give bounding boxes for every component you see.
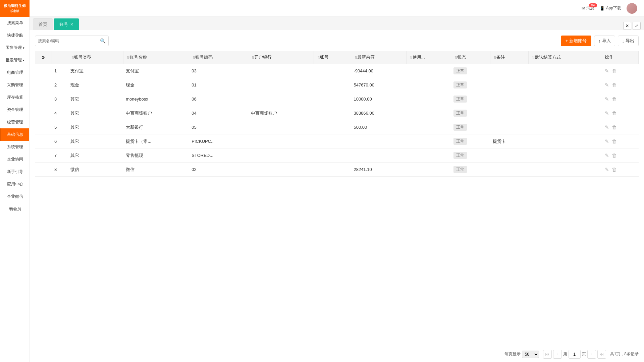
status-badge: 正常 bbox=[453, 81, 467, 88]
edit-icon[interactable]: ✎ bbox=[605, 167, 609, 173]
status-badge: 正常 bbox=[453, 166, 467, 173]
main-content: 🔍 + 新增账号 ↑ 导入 ↓ 导出 ⚙⇅账号类型⇅账号名称⇅账号编码⇅开户银行… bbox=[30, 30, 644, 346]
sidebar-nav: 搜索菜单快捷导航零售管理 ▾批发管理 ▾电商管理采购管理库存核算资金管理经营管理… bbox=[0, 17, 29, 215]
message-icon: ✉ bbox=[582, 6, 585, 11]
page-label-before: 第 bbox=[563, 351, 567, 357]
sidebar-item-beginner-guide[interactable]: 新手引导 bbox=[0, 166, 29, 178]
sidebar-item-ecommerce-mgmt[interactable]: 电商管理 bbox=[0, 66, 29, 79]
table-row: 3其它moneybosx0610000.00正常 ✎ 🗑 bbox=[35, 92, 639, 106]
main-area: ✉ 消息 99+ 📱 App下载 首页账号✕ ✕ ⤢ 🔍 + bbox=[30, 0, 644, 362]
tab-home[interactable]: 首页 bbox=[33, 18, 53, 30]
tab-label-home: 首页 bbox=[39, 21, 47, 27]
delete-icon[interactable]: 🗑 bbox=[612, 96, 617, 102]
action-icons: ✎ 🗑 bbox=[605, 138, 636, 144]
tab-label-account: 账号 bbox=[59, 21, 68, 27]
add-account-button[interactable]: + 新增账号 bbox=[561, 36, 591, 46]
page-size-dropdown[interactable]: 50 100 bbox=[522, 351, 539, 358]
sidebar: 粮油调料生鲜 乐惠版 搜索菜单快捷导航零售管理 ▾批发管理 ▾电商管理采购管理库… bbox=[0, 0, 30, 362]
download-icon: 📱 bbox=[600, 6, 605, 11]
export-icon: ↓ bbox=[622, 39, 625, 44]
status-badge: 正常 bbox=[453, 124, 467, 131]
sidebar-item-retail-mgmt[interactable]: 零售管理 ▾ bbox=[0, 42, 29, 54]
edit-icon[interactable]: ✎ bbox=[605, 110, 609, 116]
export-label: 导出 bbox=[626, 38, 634, 44]
delete-icon[interactable]: 🗑 bbox=[612, 68, 617, 74]
close-tab-button[interactable]: ✕ bbox=[623, 22, 631, 30]
col-header-account_no[interactable]: ⇅账号 bbox=[314, 51, 351, 64]
search-input[interactable] bbox=[38, 39, 100, 43]
col-header-account_code[interactable]: ⇅账号编码 bbox=[189, 51, 248, 64]
action-icons: ✎ 🗑 bbox=[605, 153, 636, 159]
sidebar-item-purchase-mgmt[interactable]: 采购管理 bbox=[0, 79, 29, 91]
first-page-button[interactable]: ⏮ bbox=[543, 350, 552, 359]
toolbar-right: + 新增账号 ↑ 导入 ↓ 导出 bbox=[561, 36, 639, 46]
action-icons: ✎ 🗑 bbox=[605, 68, 636, 74]
col-header-bank[interactable]: ⇅开户银行 bbox=[248, 51, 314, 64]
table-row: 7其它零售抵现STORED...正常 ✎ 🗑 bbox=[35, 148, 639, 163]
table-row: 4其它中百商场账户04中百商场账户383866.00正常 ✎ 🗑 bbox=[35, 106, 639, 120]
col-header-balance[interactable]: ⇅最新余额 bbox=[351, 51, 406, 64]
page-label-after: 页 bbox=[582, 351, 586, 357]
sidebar-item-basic-info[interactable]: 基础信息 bbox=[0, 128, 29, 141]
delete-icon[interactable]: 🗑 bbox=[612, 124, 617, 130]
col-header-account_type[interactable]: ⇅账号类型 bbox=[68, 51, 123, 64]
user-avatar[interactable] bbox=[627, 3, 637, 14]
page-nav: ⏮ ‹ 第 页 › ⏭ bbox=[543, 350, 606, 359]
sidebar-item-wholesale-mgmt[interactable]: 批发管理 ▾ bbox=[0, 54, 29, 66]
status-badge: 正常 bbox=[453, 152, 467, 159]
sidebar-item-app-center[interactable]: 应用中心 bbox=[0, 178, 29, 190]
sidebar-item-enterprise-wechat[interactable]: 企业微信 bbox=[0, 190, 29, 203]
action-icons: ✎ 🗑 bbox=[605, 96, 636, 102]
sidebar-item-ops-mgmt[interactable]: 经营管理 bbox=[0, 116, 29, 128]
search-box[interactable]: 🔍 bbox=[35, 36, 109, 46]
app-download-button[interactable]: 📱 App下载 bbox=[600, 5, 621, 11]
import-button[interactable]: ↑ 导入 bbox=[594, 36, 615, 46]
sidebar-item-vip-member[interactable]: 畅会员 bbox=[0, 203, 29, 215]
col-header-usage[interactable]: ⇅使用... bbox=[406, 51, 451, 64]
settings-icon[interactable]: ⚙ bbox=[41, 55, 45, 60]
page-size-select: 每页显示 50 100 bbox=[504, 351, 539, 358]
sidebar-item-capital-mgmt[interactable]: 资金管理 bbox=[0, 104, 29, 116]
app-download-label: App下载 bbox=[606, 5, 621, 11]
sidebar-item-enterprise-agreement[interactable]: 企业协同 bbox=[0, 153, 29, 166]
prev-page-button[interactable]: ‹ bbox=[553, 350, 562, 359]
sidebar-item-search-menu[interactable]: 搜索菜单 bbox=[0, 17, 29, 29]
action-icons: ✎ 🗑 bbox=[605, 110, 636, 116]
last-page-button[interactable]: ⏭ bbox=[597, 350, 606, 359]
delete-icon[interactable]: 🗑 bbox=[612, 153, 617, 158]
status-badge: 正常 bbox=[453, 110, 467, 117]
maximize-tab-button[interactable]: ⤢ bbox=[633, 22, 641, 30]
edit-icon[interactable]: ✎ bbox=[605, 96, 609, 102]
edit-icon[interactable]: ✎ bbox=[605, 82, 609, 88]
edit-icon[interactable]: ✎ bbox=[605, 68, 609, 74]
col-header-default_settlement[interactable]: ⇅默认结算方式 bbox=[529, 51, 602, 64]
status-badge: 正常 bbox=[453, 67, 467, 74]
delete-icon[interactable]: 🗑 bbox=[612, 82, 617, 88]
next-page-button[interactable]: › bbox=[587, 350, 596, 359]
table-row: 1支付宝支付宝03-90444.00正常 ✎ 🗑 bbox=[35, 64, 639, 78]
col-header-note[interactable]: ⇅备注 bbox=[490, 51, 529, 64]
tab-account[interactable]: 账号✕ bbox=[54, 18, 79, 30]
action-icons: ✎ 🗑 bbox=[605, 167, 636, 173]
edit-icon[interactable]: ✎ bbox=[605, 153, 609, 159]
tab-actions: ✕ ⤢ bbox=[623, 22, 641, 30]
edit-icon[interactable]: ✎ bbox=[605, 138, 609, 144]
action-icons: ✎ 🗑 bbox=[605, 82, 636, 88]
delete-icon[interactable]: 🗑 bbox=[612, 110, 617, 116]
sidebar-item-sys-mgmt[interactable]: 系统管理 bbox=[0, 141, 29, 153]
col-header-status[interactable]: ⇅状态 bbox=[451, 51, 490, 64]
message-badge: 99+ bbox=[589, 3, 597, 7]
search-icon: 🔍 bbox=[100, 38, 106, 44]
sidebar-item-inventory[interactable]: 库存核算 bbox=[0, 91, 29, 104]
delete-icon[interactable]: 🗑 bbox=[612, 138, 617, 144]
sidebar-item-quick-nav[interactable]: 快捷导航 bbox=[0, 29, 29, 42]
tab-close-account[interactable]: ✕ bbox=[70, 22, 73, 27]
delete-icon[interactable]: 🗑 bbox=[612, 167, 617, 172]
col-header-account_name[interactable]: ⇅账号名称 bbox=[123, 51, 189, 64]
edit-icon[interactable]: ✎ bbox=[605, 124, 609, 130]
message-button[interactable]: ✉ 消息 99+ bbox=[582, 5, 594, 11]
table-head: ⚙⇅账号类型⇅账号名称⇅账号编码⇅开户银行⇅账号⇅最新余额⇅使用...⇅状态⇅备… bbox=[35, 51, 639, 64]
page-number-input[interactable] bbox=[569, 350, 581, 359]
accounts-table: ⚙⇅账号类型⇅账号名称⇅账号编码⇅开户银行⇅账号⇅最新余额⇅使用...⇅状态⇅备… bbox=[35, 51, 639, 177]
export-button[interactable]: ↓ 导出 bbox=[618, 36, 639, 46]
